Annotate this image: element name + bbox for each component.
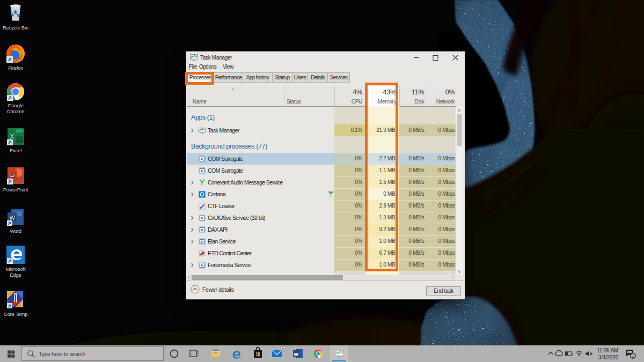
svg-text:W: W (9, 215, 15, 221)
svg-text:X: X (10, 133, 14, 141)
svg-text:1: 1 (632, 354, 634, 359)
svg-text:W: W (294, 352, 298, 357)
